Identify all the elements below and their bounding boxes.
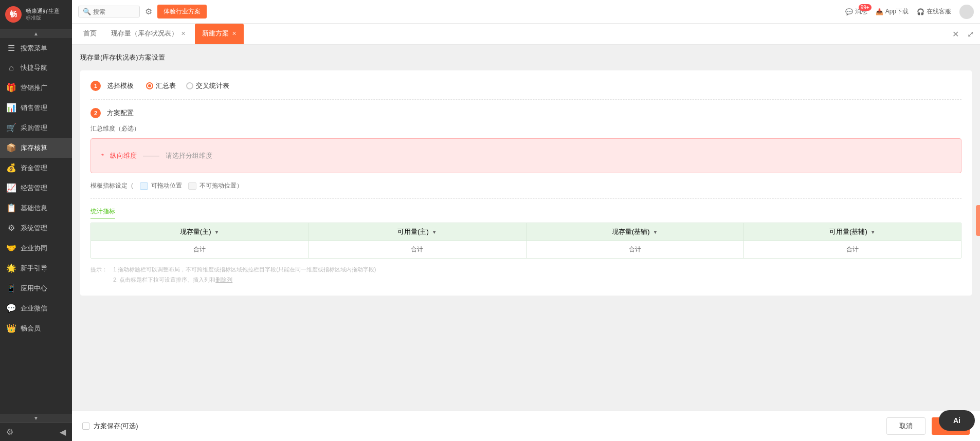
sidebar-item-app-center[interactable]: 📱 应用中心 — [0, 278, 72, 298]
ai-bubble[interactable]: Ai — [939, 410, 975, 431]
sidebar-logo: 畅 畅康通好生意 标准版 — [0, 0, 72, 29]
member-icon: 👑 — [6, 323, 16, 333]
app-download-item[interactable]: 📥 App下载 — [876, 7, 909, 16]
tab-new-plan-label: 新建方案 — [202, 29, 229, 38]
required-star: * — [101, 152, 104, 160]
stats-col-3-header[interactable]: 现存量(基辅) ▼ — [527, 223, 744, 241]
fixed-box — [188, 182, 196, 190]
sidebar-item-wechat[interactable]: 💬 企业微信 — [0, 298, 72, 318]
dim-area[interactable]: * 纵向维度 —— 请选择分组维度 — [90, 138, 961, 173]
collapse-icon[interactable]: ◀ — [60, 427, 66, 437]
vertical-dim-label: 纵向维度 — [110, 151, 137, 160]
tab-new-plan[interactable]: 新建方案 ✕ — [195, 24, 244, 44]
download-icon: 📥 — [876, 8, 883, 15]
sidebar-item-basic-info[interactable]: 📋 基础信息 — [0, 198, 72, 218]
sidebar-scroll-down[interactable]: ▼ — [0, 414, 72, 422]
hint-2: 2. 点击标题栏下拉可设置排序、插入列和删除列 — [90, 275, 961, 285]
sidebar-item-label: 资金管理 — [21, 163, 47, 173]
step2-num: 2 — [90, 108, 101, 118]
app-download-label: App下载 — [885, 7, 909, 16]
sidebar: 畅 畅康通好生意 标准版 ▲ ☰ 搜索菜单 ⌂ 快捷导航 🎁 营销推广 📊 销售… — [0, 0, 72, 441]
sidebar-item-sales[interactable]: 📊 销售管理 — [0, 98, 72, 118]
sidebar-item-newcomer[interactable]: 🌟 新手引导 — [0, 258, 72, 278]
online-service-item[interactable]: 🎧 在线客服 — [917, 7, 951, 16]
tab-inventory-status-close[interactable]: ✕ — [181, 30, 186, 37]
inventory-icon: 📦 — [6, 143, 16, 153]
topbar: 🔍 ⚙ 体验行业方案 💬 消息 99+ 📥 App下载 🎧 在线客服 — [72, 0, 980, 24]
tab-home[interactable]: 首页 — [76, 24, 104, 44]
sidebar-item-enterprise[interactable]: 🤝 企业协同 — [0, 238, 72, 258]
enterprise-icon: 🤝 — [6, 243, 16, 253]
step1-row: 1 选择模板 汇总表 交叉统计表 — [90, 81, 961, 91]
online-service-label: 在线客服 — [927, 7, 951, 16]
radio-cross[interactable]: 交叉统计表 — [186, 81, 229, 90]
sidebar-item-quick-nav[interactable]: ⌂ 快捷导航 — [0, 58, 72, 78]
sidebar-item-label: 企业微信 — [21, 304, 47, 313]
settings-icon[interactable]: ⚙ — [6, 427, 13, 437]
delete-col-link[interactable]: 删除列 — [215, 277, 232, 283]
topbar-right: 💬 消息 99+ 📥 App下载 🎧 在线客服 — [845, 5, 974, 19]
sidebar-item-marketing[interactable]: 🎁 营销推广 — [0, 78, 72, 98]
tab-inventory-status-label: 现存量（库存状况表） — [111, 29, 178, 38]
radio-summary-dot — [146, 82, 153, 89]
hint-area: 提示： 1.拖动标题栏可以调整布局，不可跨维度或指标区域拖拉栏目字段(只能在同一… — [90, 265, 961, 285]
expand-icon[interactable]: ⤢ — [965, 27, 976, 41]
sidebar-item-label: 应用中心 — [21, 284, 47, 293]
stats-title: 统计指标 — [90, 207, 115, 218]
wechat-icon: 💬 — [6, 303, 16, 313]
tab-expand-controls: ✕ ⤢ — [950, 27, 976, 41]
purchase-icon: 🛒 — [6, 123, 16, 133]
sidebar-item-label: 畅会员 — [21, 324, 41, 333]
sidebar-item-label: 基础信息 — [21, 204, 47, 213]
basic-info-icon: 📋 — [6, 203, 16, 213]
home-icon: ⌂ — [6, 63, 16, 72]
sidebar-item-operations[interactable]: 📈 经营管理 — [0, 178, 72, 198]
stats-col-3-data: 合计 — [527, 241, 744, 258]
tab-new-plan-close[interactable]: ✕ — [232, 30, 237, 37]
sales-icon: 📊 — [6, 103, 16, 113]
stats-col-1-label: 现存量(主) — [180, 227, 211, 236]
sidebar-item-finance[interactable]: 💰 资金管理 — [0, 158, 72, 178]
sidebar-item-member[interactable]: 👑 畅会员 — [0, 318, 72, 338]
message-icon: 💬 — [845, 8, 853, 15]
sidebar-item-search[interactable]: ☰ 搜索菜单 — [0, 38, 72, 58]
search-input[interactable] — [93, 8, 134, 15]
sidebar-scroll-up[interactable]: ▲ — [0, 29, 72, 38]
app-center-icon: 📱 — [6, 283, 16, 293]
radio-summary[interactable]: 汇总表 — [146, 81, 176, 90]
stats-col-1-value: 合计 — [193, 245, 206, 254]
sidebar-item-inventory[interactable]: 📦 库存核算 — [0, 138, 72, 158]
movable-label: 可拖动位置 — [151, 181, 182, 190]
sidebar-item-system[interactable]: ⚙ 系统管理 — [0, 218, 72, 238]
stats-col-2-header[interactable]: 可用量(主) ▼ — [308, 223, 526, 241]
main-area: 🔍 ⚙ 体验行业方案 💬 消息 99+ 📥 App下载 🎧 在线客服 — [72, 0, 980, 441]
sidebar-item-label: 新手引导 — [21, 264, 47, 273]
trial-btn[interactable]: 体验行业方案 — [157, 5, 207, 19]
stats-col-1-header[interactable]: 现存量(主) ▼ — [91, 223, 308, 241]
indicator-setting-label: 模板指标设定（ — [90, 181, 134, 190]
stats-section: 统计指标 现存量(主) ▼ 可用量(主) ▼ 现存量(基辅) — [90, 207, 961, 259]
gift-icon: 🎁 — [6, 83, 16, 93]
stats-col-4-data: 合计 — [744, 241, 961, 258]
right-edge-handle[interactable] — [976, 205, 980, 236]
save-plan-checkbox[interactable] — [82, 422, 89, 430]
close-panel-icon[interactable]: ✕ — [950, 27, 961, 41]
stats-table-data-row: 合计 合计 合计 合计 — [91, 241, 961, 258]
gear-icon[interactable]: ⚙ — [145, 7, 152, 16]
stats-col-3-value: 合计 — [629, 245, 641, 254]
user-avatar[interactable] — [959, 5, 974, 19]
template-radio-group: 汇总表 交叉统计表 — [146, 81, 229, 90]
divider2 — [90, 198, 961, 199]
fixed-label: 不可拖动位置） — [199, 181, 243, 190]
message-item[interactable]: 💬 消息 99+ — [845, 7, 867, 16]
sidebar-bottom: ⚙ ◀ — [0, 422, 72, 441]
stats-col-4-header[interactable]: 可用量(基辅) ▼ — [744, 223, 961, 241]
operations-icon: 📈 — [6, 183, 16, 193]
tab-inventory-status[interactable]: 现存量（库存状况表） ✕ — [104, 24, 193, 44]
cancel-button[interactable]: 取消 — [886, 417, 925, 435]
sidebar-item-purchase[interactable]: 🛒 采购管理 — [0, 118, 72, 138]
search-box[interactable]: 🔍 — [78, 6, 140, 17]
sidebar-item-label: 企业协同 — [21, 244, 47, 253]
finance-icon: 💰 — [6, 163, 16, 173]
sidebar-nav: ☰ 搜索菜单 ⌂ 快捷导航 🎁 营销推广 📊 销售管理 🛒 采购管理 📦 库存核… — [0, 38, 72, 414]
